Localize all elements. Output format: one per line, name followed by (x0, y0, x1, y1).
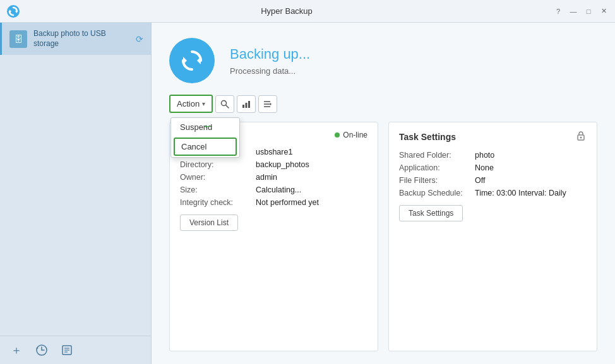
directory-label: Directory: (180, 160, 256, 169)
status-header: Backing up... Processing data... (169, 38, 597, 83)
menu-icon-button[interactable] (258, 95, 277, 113)
table-row: Shared Folder: photo (399, 151, 587, 160)
content-area: Backing up... Processing data... Action … (152, 23, 615, 364)
svg-rect-12 (242, 105, 244, 108)
application-value: None (475, 163, 494, 172)
table-row: Directory: backup_photos (180, 160, 367, 169)
directory-value: backup_photos (256, 160, 309, 169)
sync-icon-circle (169, 38, 215, 83)
integrity-value: Not performed yet (256, 198, 319, 207)
task-settings-panel: Task Settings Shared Folder: photo (388, 122, 597, 351)
size-label: Size: (180, 185, 256, 194)
svg-line-11 (226, 105, 229, 108)
cancel-option[interactable]: Cancel (174, 138, 237, 156)
main-layout: 🗄 Backup photo to USB storage ⟳ ＋ (0, 23, 615, 364)
svg-rect-14 (248, 101, 250, 108)
search-icon-button[interactable] (215, 95, 234, 113)
integrity-label: Integrity check: (180, 198, 256, 207)
history-button[interactable] (33, 341, 51, 359)
svg-marker-8 (197, 57, 201, 64)
task-panel-header: Task Settings (399, 130, 587, 143)
table-row: Size: Calculating... (180, 185, 367, 194)
table-row: Integrity check: Not performed yet (180, 198, 367, 207)
refresh-icon[interactable]: ⟳ (136, 34, 143, 44)
stats-icon-button[interactable] (237, 95, 256, 113)
size-value: Calculating... (256, 185, 301, 194)
online-label: On-line (343, 131, 367, 139)
table-row: File Filters: Off (399, 176, 587, 185)
owner-value: admin (256, 173, 277, 182)
sidebar-item-backup[interactable]: 🗄 Backup photo to USB storage ⟳ (0, 23, 151, 55)
dropdown-arrow-icon: ▾ (202, 100, 205, 107)
svg-point-20 (580, 137, 582, 139)
svg-rect-13 (246, 103, 248, 108)
application-label: Application: (399, 163, 475, 172)
action-label: Action (177, 99, 200, 109)
svg-marker-18 (270, 103, 272, 105)
add-task-button[interactable]: ＋ (8, 341, 25, 359)
table-row: Backup Schedule: Time: 03:00 Interval: D… (399, 189, 587, 197)
backup-schedule-value: Time: 03:00 Interval: Daily (475, 189, 566, 197)
maximize-button[interactable]: □ (583, 6, 594, 16)
sidebar: 🗄 Backup photo to USB storage ⟳ ＋ (0, 23, 152, 364)
task-panel-title: Task Settings (399, 132, 456, 142)
processing-text: Processing data... (230, 66, 310, 76)
file-filters-label: File Filters: (399, 176, 475, 185)
table-row: Application: None (399, 163, 587, 172)
file-filters-value: Off (475, 176, 485, 185)
task-shared-folder-label: Shared Folder: (399, 151, 475, 160)
svg-marker-9 (183, 57, 187, 64)
help-button[interactable]: ? (553, 6, 563, 16)
sidebar-spacer (0, 55, 151, 336)
owner-label: Owner: (180, 173, 256, 182)
sidebar-bottom: ＋ (0, 336, 151, 364)
action-button[interactable]: Action ▾ Suspend Cancel (169, 95, 213, 113)
task-shared-folder-value: photo (475, 151, 494, 160)
logs-button[interactable] (58, 341, 76, 359)
app-title: Hyper Backup (261, 6, 313, 16)
arrow-indicator: ← (202, 119, 215, 133)
toolbar: Action ▾ Suspend Cancel ← (169, 95, 597, 113)
online-dot-icon (335, 132, 340, 138)
online-badge: On-line (335, 131, 367, 139)
task-panel-footer: Task Settings (399, 205, 587, 221)
version-list-button[interactable]: Version List (180, 214, 238, 231)
titlebar: Hyper Backup ? — □ ✕ (0, 0, 615, 23)
minimize-button[interactable]: — (568, 6, 578, 16)
app-logo (6, 4, 20, 18)
shared-folder-value: usbshare1 (256, 148, 292, 156)
status-text: Backing up... Processing data... (230, 46, 310, 76)
close-button[interactable]: ✕ (599, 6, 609, 16)
table-row: Owner: admin (180, 173, 367, 182)
backup-item-icon: 🗄 (9, 30, 27, 48)
backing-up-title: Backing up... (230, 46, 310, 62)
lock-icon (575, 130, 587, 143)
window-controls: ? — □ ✕ (553, 6, 609, 16)
target-panel-footer: Version List (180, 214, 367, 231)
task-settings-button[interactable]: Task Settings (399, 205, 463, 221)
sidebar-item-label: Backup photo to USB storage (33, 29, 129, 49)
backup-schedule-label: Backup Schedule: (399, 189, 475, 197)
task-info-rows: Shared Folder: photo Application: None F… (399, 151, 587, 197)
